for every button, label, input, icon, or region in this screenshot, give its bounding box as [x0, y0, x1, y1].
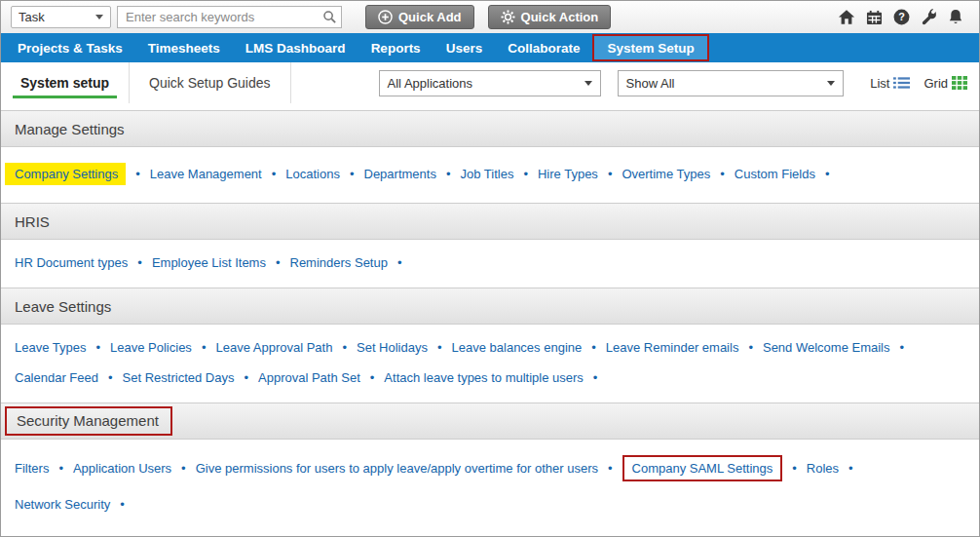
bullet-separator: •: [108, 370, 113, 385]
section-title: Manage Settings: [15, 121, 125, 137]
links-row: Leave Types•Leave Policies•Leave Approva…: [15, 325, 965, 355]
top-toolbar: Task Quick Add Quick Action: [1, 1, 979, 33]
link-attach-leave-types-to-multiple-users[interactable]: Attach leave types to multiple users: [384, 370, 584, 385]
nav-item-collaborate[interactable]: Collaborate: [495, 33, 592, 62]
link-application-users[interactable]: Application Users: [73, 461, 171, 476]
task-dropdown-value: Task: [19, 10, 45, 24]
bullet-separator: •: [748, 340, 753, 355]
bullet-separator: •: [523, 167, 528, 181]
link-leave-management[interactable]: Leave Management: [150, 167, 262, 181]
tab-quick-setup-guides[interactable]: Quick Setup Guides: [130, 62, 291, 103]
link-leave-approval-path[interactable]: Leave Approval Path: [215, 340, 332, 355]
bullet-separator: •: [137, 255, 142, 270]
bullet-separator: •: [276, 255, 281, 270]
home-icon[interactable]: [838, 9, 855, 25]
nav-item-projects-tasks[interactable]: Projects & Tasks: [5, 33, 135, 62]
gear-icon: [501, 10, 515, 24]
link-roles[interactable]: Roles: [807, 461, 839, 476]
link-set-holidays[interactable]: Set Holidays: [357, 340, 428, 355]
bullet-separator: •: [593, 370, 598, 385]
bullet-separator: •: [720, 167, 725, 181]
bullet-separator: •: [95, 340, 100, 355]
quick-action-button[interactable]: Quick Action: [488, 5, 612, 29]
bullet-separator: •: [58, 461, 63, 476]
link-departments[interactable]: Departments: [364, 167, 436, 181]
list-view-icon[interactable]: [893, 76, 910, 90]
bullet-separator: •: [120, 497, 125, 512]
bullet-separator: •: [350, 167, 355, 181]
section-header-manage-settings: Manage Settings: [1, 110, 979, 147]
link-reminders-setup[interactable]: Reminders Setup: [290, 255, 388, 270]
toolbar-right-icons: ?: [838, 9, 969, 25]
links-row: HR Document types•Employee List Items•Re…: [15, 240, 965, 270]
link-locations[interactable]: Locations: [285, 167, 340, 181]
link-calendar-feed[interactable]: Calendar Feed: [15, 370, 98, 385]
quick-action-label: Quick Action: [521, 10, 599, 24]
link-hr-document-types[interactable]: HR Document types: [15, 255, 128, 270]
link-network-security[interactable]: Network Security: [15, 497, 110, 512]
section-body: HR Document types•Employee List Items•Re…: [1, 240, 979, 288]
section-header-security-management: Security Management: [1, 403, 979, 440]
section-body: Company Settings•Leave Management•Locati…: [1, 147, 979, 203]
link-leave-types[interactable]: Leave Types: [15, 340, 86, 355]
bullet-separator: •: [900, 340, 905, 355]
link-send-welcome-emails[interactable]: Send Welcome Emails: [763, 340, 890, 355]
section-body: Filters•Application Users•Give permissio…: [1, 440, 979, 529]
link-approval-path-set[interactable]: Approval Path Set: [258, 370, 360, 385]
bullet-separator: •: [825, 167, 830, 181]
page: Task Quick Add Quick Action: [0, 0, 980, 537]
bullet-separator: •: [397, 255, 402, 270]
quick-add-button[interactable]: Quick Add: [365, 5, 474, 29]
search-input[interactable]: [117, 6, 342, 28]
bullet-separator: •: [272, 167, 277, 181]
link-employee-list-items[interactable]: Employee List Items: [152, 255, 266, 270]
main-nav: Projects & TasksTimesheetsLMS DashboardR…: [1, 33, 979, 62]
bullet-separator: •: [446, 167, 451, 181]
section-header-leave-settings: Leave Settings: [1, 288, 979, 325]
bullet-separator: •: [370, 370, 375, 385]
show-all-filter-dropdown[interactable]: Show All: [618, 70, 844, 96]
nav-item-system-setup[interactable]: System Setup: [592, 34, 708, 61]
link-filters[interactable]: Filters: [15, 461, 49, 476]
link-company-saml-settings[interactable]: Company SAML Settings: [622, 455, 783, 481]
calendar-icon[interactable]: [866, 10, 883, 25]
section-header-hris: HRIS: [1, 203, 979, 240]
bullet-separator: •: [591, 340, 596, 355]
nav-item-users[interactable]: Users: [433, 33, 496, 62]
wrench-icon[interactable]: [921, 9, 937, 25]
link-job-titles[interactable]: Job Titles: [460, 167, 513, 181]
link-give-permissions-for-users-to-apply-leave-apply-overtime-for-other-users[interactable]: Give permissions for users to apply leav…: [196, 461, 598, 476]
grid-view-label[interactable]: Grid: [923, 76, 948, 91]
chevron-down-icon: [827, 81, 835, 86]
link-company-settings[interactable]: Company Settings: [5, 163, 126, 185]
nav-item-reports[interactable]: Reports: [358, 33, 433, 62]
chevron-down-icon: [584, 81, 592, 86]
link-leave-reminder-emails[interactable]: Leave Reminder emails: [606, 340, 739, 355]
subbar: System setupQuick Setup Guides All Appli…: [1, 62, 979, 103]
list-view-label[interactable]: List: [870, 76, 889, 91]
task-dropdown[interactable]: Task: [11, 6, 111, 28]
bell-icon[interactable]: [948, 9, 963, 25]
link-leave-policies[interactable]: Leave Policies: [110, 340, 192, 355]
link-custom-fields[interactable]: Custom Fields: [735, 167, 815, 181]
section-title: Security Management: [5, 406, 172, 436]
grid-view-icon[interactable]: [952, 76, 967, 90]
section-title: Leave Settings: [15, 298, 111, 315]
nav-item-lms-dashboard[interactable]: LMS Dashboard: [233, 33, 358, 62]
bullet-separator: •: [244, 370, 248, 385]
link-leave-balances-engine[interactable]: Leave balances engine: [452, 340, 583, 355]
link-overtime-types[interactable]: Overtime Types: [622, 167, 710, 181]
nav-item-timesheets[interactable]: Timesheets: [135, 33, 233, 62]
help-icon[interactable]: ?: [893, 9, 910, 25]
svg-text:?: ?: [898, 11, 905, 22]
subtabs: System setupQuick Setup Guides: [1, 62, 291, 103]
applications-filter-dropdown[interactable]: All Applications: [379, 70, 601, 96]
links-row: Company Settings•Leave Management•Locati…: [15, 147, 965, 185]
search-icon[interactable]: [322, 10, 337, 28]
view-toggle: List Grid: [870, 76, 979, 91]
applications-filter-value: All Applications: [388, 76, 472, 91]
link-set-restricted-days[interactable]: Set Restricted Days: [123, 370, 235, 385]
tab-system-setup[interactable]: System setup: [1, 62, 130, 103]
chevron-down-icon: [95, 15, 103, 19]
link-hire-types[interactable]: Hire Types: [538, 167, 598, 181]
